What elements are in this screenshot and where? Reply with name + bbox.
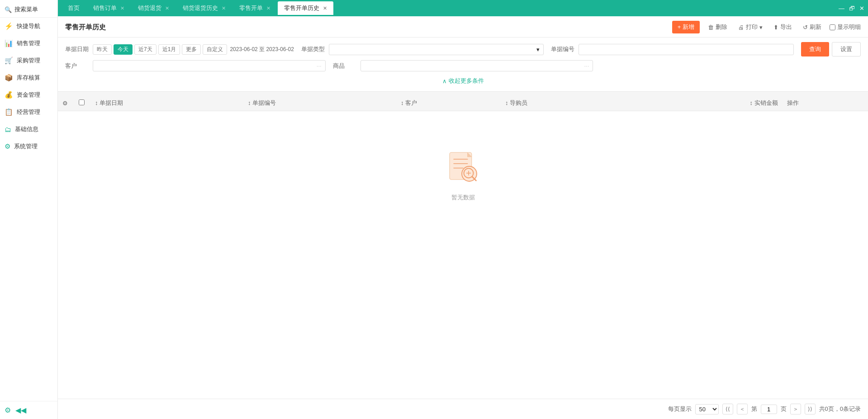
tab-sales-return-close[interactable]: ✕	[165, 5, 169, 11]
print-arrow-icon: ▾	[759, 24, 763, 31]
th-salesperson[interactable]: ↕ 导购员	[501, 95, 630, 111]
date-btn-more[interactable]: 更多	[182, 44, 201, 55]
tab-sales-order-label: 销售订单	[93, 4, 117, 12]
pagination: 每页显示 10 20 50 100 ⟨⟨ ＜ 第 页 ＞ ⟩⟩ 共0页，0条记录	[58, 399, 868, 419]
next-page-btn[interactable]: ＞	[790, 404, 801, 414]
page-label: 第	[751, 405, 757, 413]
refresh-button[interactable]: ↺ 刷新	[800, 21, 824, 33]
tab-sales-order[interactable]: 销售订单 ✕	[87, 1, 131, 15]
top-nav: 首页 销售订单 ✕ 销货退货 ✕ 销货退货历史 ✕ 零售开单 ✕ 零售开单历史 …	[58, 0, 868, 16]
collapse-label: 收起更多条件	[449, 77, 484, 85]
th-amount-label: ↕ 实销金额	[750, 99, 778, 106]
sidebar-item-basic-info[interactable]: 🗂 基础信息	[0, 121, 57, 138]
empty-text: 暂无数据	[451, 193, 475, 202]
tab-sales-return-label: 销货退货	[138, 4, 161, 12]
export-label: 导出	[780, 23, 792, 31]
content-area: 零售开单历史 + 新增 🗑 删除 🖨 打印 ▾ ⬆ 导出	[58, 16, 868, 419]
query-button[interactable]: 查询	[801, 42, 829, 56]
tab-retail-open[interactable]: 零售开单 ✕	[233, 1, 277, 15]
last-page-btn[interactable]: ⟩⟩	[805, 404, 816, 414]
set-button[interactable]: 设置	[832, 42, 861, 56]
goods-dots: ···	[584, 62, 589, 69]
tab-sales-return-history[interactable]: 销货退货历史 ✕	[176, 1, 232, 15]
per-page-select[interactable]: 10 20 50 100	[695, 404, 719, 414]
tab-retail-history[interactable]: 零售开单历史 ✕	[278, 1, 333, 15]
show-detail-checkbox[interactable]: 显示明细	[830, 23, 861, 31]
sidebar-item-quick-nav[interactable]: ⚡ 快捷导航	[0, 18, 57, 35]
select-all-checkbox[interactable]	[79, 99, 85, 105]
delete-icon: 🗑	[708, 24, 714, 31]
customer-filter: 客户 ···	[65, 60, 326, 71]
tab-home-label: 首页	[68, 4, 80, 12]
window-restore-btn[interactable]: 🗗	[849, 5, 855, 12]
print-button[interactable]: 🖨 打印 ▾	[735, 21, 765, 33]
sidebar-item-sys-mgmt[interactable]: ⚙ 系统管理	[0, 138, 57, 155]
tab-sales-return-history-close[interactable]: ✕	[222, 5, 226, 11]
sidebar-item-purchase-mgmt[interactable]: 🛒 采购管理	[0, 52, 57, 69]
collapse-up-icon: ∧	[442, 78, 447, 85]
delete-button[interactable]: 🗑 删除	[705, 21, 730, 33]
sidebar-item-finance[interactable]: 💰 资金管理	[0, 86, 57, 104]
refresh-label: 刷新	[810, 23, 821, 31]
print-label: 打印	[746, 23, 758, 31]
th-checkbox[interactable]	[74, 95, 90, 111]
th-date-label: ↕ 单据日期	[95, 99, 123, 106]
per-page-label: 每页显示	[668, 405, 692, 413]
date-filter: 单据日期 昨天 今天 近7天 近1月 更多 自定义 2023-06-02 至 2…	[65, 44, 294, 55]
tab-sales-return[interactable]: 销货退货 ✕	[132, 1, 175, 15]
date-btn-yesterday[interactable]: 昨天	[93, 44, 112, 55]
sidebar-item-label: 经营管理	[17, 108, 40, 116]
window-close-btn[interactable]: ✕	[859, 5, 864, 12]
export-button[interactable]: ⬆ 导出	[771, 21, 795, 33]
th-number-label: ↕ 单据编号	[248, 99, 276, 106]
th-number[interactable]: ↕ 单据编号	[243, 95, 396, 111]
sys-mgmt-icon: ⚙	[5, 142, 10, 151]
empty-illustration	[443, 147, 484, 188]
date-btn-1month[interactable]: 近1月	[158, 44, 180, 55]
type-select[interactable]: ▾	[329, 44, 544, 55]
action-buttons: 查询 设置	[801, 42, 861, 56]
th-date[interactable]: ↕ 单据日期	[90, 95, 243, 111]
sidebar-footer: ⚙ ◀◀	[0, 401, 57, 419]
th-salesperson-label: ↕ 导购员	[505, 99, 527, 106]
window-minimize-btn[interactable]: —	[839, 5, 844, 12]
customer-select[interactable]: ···	[93, 60, 326, 71]
data-table: ⚙ ↕ 单据日期 ↕ 单据编号 ↕ 客户 ↕ 导购员	[58, 95, 868, 111]
filter-row-1: 单据日期 昨天 今天 近7天 近1月 更多 自定义 2023-06-02 至 2…	[65, 42, 861, 56]
footer-settings-icon[interactable]: ⚙	[5, 406, 11, 414]
th-action: 操作	[783, 95, 868, 111]
tab-retail-open-close[interactable]: ✕	[266, 5, 270, 11]
footer-collapse-icon[interactable]: ◀◀	[15, 406, 26, 414]
sidebar-item-operations[interactable]: 📋 经营管理	[0, 104, 57, 121]
date-btn-custom[interactable]: 自定义	[203, 44, 227, 55]
sidebar-search-label: 搜索菜单	[14, 5, 38, 14]
th-amount[interactable]: ↕ 实销金额	[630, 95, 783, 111]
tab-retail-history-close[interactable]: ✕	[323, 5, 327, 11]
table-header: ⚙ ↕ 单据日期 ↕ 单据编号 ↕ 客户 ↕ 导购员	[58, 95, 868, 111]
collapse-button[interactable]: ∧ 收起更多条件	[65, 75, 861, 87]
sidebar-item-sales-mgmt[interactable]: 📊 销售管理	[0, 35, 57, 52]
number-input[interactable]	[579, 44, 794, 55]
tab-home[interactable]: 首页	[62, 1, 86, 15]
show-detail-input[interactable]	[830, 24, 835, 30]
th-settings[interactable]: ⚙	[58, 95, 74, 111]
sidebar-item-inventory[interactable]: 📦 库存核算	[0, 69, 57, 86]
first-page-btn[interactable]: ⟨⟨	[722, 404, 733, 414]
add-button[interactable]: + 新增	[672, 21, 700, 33]
toolbar: + 新增 🗑 删除 🖨 打印 ▾ ⬆ 导出 ↺	[672, 21, 861, 33]
sales-icon: 📊	[5, 39, 13, 47]
prev-page-btn[interactable]: ＜	[737, 404, 748, 414]
filter-row-2: 客户 ··· 商品 ···	[65, 60, 861, 71]
sidebar-item-label: 库存核算	[17, 74, 40, 82]
empty-state: 暂无数据	[58, 111, 868, 238]
tab-sales-order-close[interactable]: ✕	[120, 5, 124, 11]
sidebar-search[interactable]: 🔍 搜索菜单	[0, 0, 57, 18]
date-btn-today[interactable]: 今天	[114, 44, 133, 55]
tab-sales-return-history-label: 销货退货历史	[183, 4, 218, 12]
goods-select[interactable]: ···	[360, 60, 593, 71]
page-number-input[interactable]	[761, 405, 777, 414]
date-btn-7days[interactable]: 近7天	[134, 44, 157, 55]
th-customer[interactable]: ↕ 客户	[396, 95, 501, 111]
date-label: 单据日期	[65, 45, 90, 53]
sidebar: 🔍 搜索菜单 ⚡ 快捷导航 📊 销售管理 🛒 采购管理 📦 库存核算 💰 资金管…	[0, 0, 58, 419]
